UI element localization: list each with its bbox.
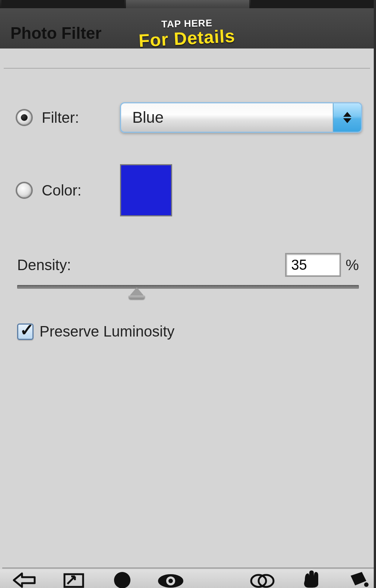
panel-header: Photo Filter TAP HERE For Details <box>0 8 374 49</box>
filter-label: Filter: <box>42 109 105 126</box>
panel-title: Photo Filter <box>10 24 101 43</box>
checkmark-icon: ✓ <box>20 322 34 338</box>
slider-track <box>17 285 359 289</box>
preserve-checkbox[interactable]: ✓ <box>17 323 34 340</box>
filter-row: Filter: Blue <box>16 102 366 133</box>
chevron-down-icon <box>343 118 351 123</box>
back-icon[interactable] <box>10 569 40 588</box>
color-radio[interactable] <box>16 182 33 199</box>
hand-icon[interactable] <box>296 569 325 588</box>
tab-active[interactable] <box>126 0 249 8</box>
separator <box>4 68 370 69</box>
panel-body: Filter: Blue Color: Density: % <box>0 49 374 570</box>
density-row: Density: % <box>17 253 359 301</box>
ellipse-icon[interactable] <box>107 569 137 588</box>
slider-thumb-icon <box>129 287 145 297</box>
stepper-icon <box>333 103 361 132</box>
svg-point-7 <box>364 582 369 587</box>
filter-dropdown-value: Blue <box>121 109 333 126</box>
color-row: Color: <box>16 164 366 216</box>
swatches-icon[interactable] <box>247 569 277 588</box>
slider-thumb[interactable] <box>129 287 145 299</box>
window-border <box>374 0 376 588</box>
density-unit: % <box>345 257 359 273</box>
filter-dropdown[interactable]: Blue <box>120 102 362 133</box>
filter-radio[interactable] <box>16 109 33 126</box>
bottom-separator <box>2 567 374 569</box>
svg-point-1 <box>114 572 130 588</box>
preserve-row: ✓ Preserve Luminosity <box>17 323 174 340</box>
chevron-up-icon <box>343 112 351 117</box>
color-label: Color: <box>42 182 105 199</box>
density-label: Density: <box>17 257 71 273</box>
preserve-label: Preserve Luminosity <box>40 323 174 340</box>
bucket-icon[interactable] <box>344 569 374 588</box>
tab-strip <box>0 0 374 8</box>
svg-point-4 <box>168 579 173 583</box>
tab-inactive[interactable] <box>1 0 124 8</box>
tab-inactive-2[interactable] <box>251 0 374 8</box>
color-swatch[interactable] <box>120 164 172 216</box>
density-slider[interactable] <box>17 285 359 301</box>
eye-icon[interactable] <box>156 569 186 588</box>
density-input[interactable] <box>285 253 341 277</box>
bottom-toolbar <box>0 569 374 588</box>
expand-icon[interactable] <box>59 569 89 588</box>
